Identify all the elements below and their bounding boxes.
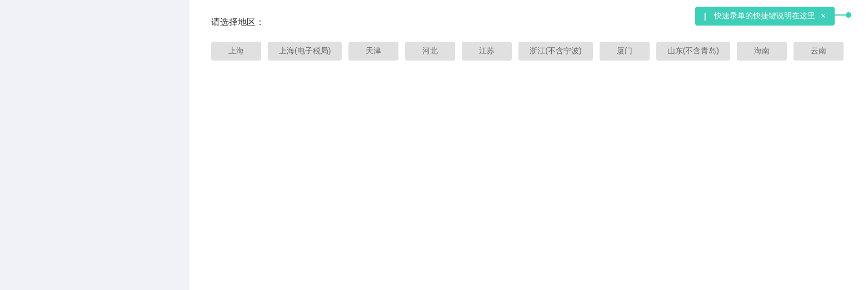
tooltip-dot <box>846 12 851 18</box>
region-buttons: 上海 上海(电子税局) 天津 河北 江苏 浙江(不含宁波) 厦门 山东(不含青岛… <box>211 42 846 61</box>
region-btn-shanghai-etax[interactable]: 上海(电子税局) <box>268 42 342 61</box>
region-btn-zhejiang[interactable]: 浙江(不含宁波) <box>518 42 592 61</box>
tooltip-line <box>835 14 846 16</box>
region-btn-yunnan[interactable]: 云南 <box>794 42 844 61</box>
region-btn-xiamen[interactable]: 厦门 <box>600 42 650 61</box>
tooltip-close-button[interactable]: × <box>821 12 826 21</box>
region-btn-hainan[interactable]: 海南 <box>737 42 787 61</box>
left-sidebar <box>0 0 189 290</box>
main-content: 请选择地区： 上海 上海(电子税局) 天津 河北 江苏 浙江(不含宁波) 厦门 … <box>189 0 868 290</box>
region-btn-hebei[interactable]: 河北 <box>405 42 455 61</box>
region-btn-tianjin[interactable]: 天津 <box>348 42 398 61</box>
region-btn-shandong[interactable]: 山东(不含青岛) <box>656 42 730 61</box>
region-btn-shanghai[interactable]: 上海 <box>211 42 261 61</box>
region-btn-jiangsu[interactable]: 江苏 <box>462 42 512 61</box>
tooltip-text: 快速录单的快捷键说明在这里 <box>714 11 815 21</box>
tooltip-bar: 快速录单的快捷键说明在这里 × <box>695 7 835 26</box>
